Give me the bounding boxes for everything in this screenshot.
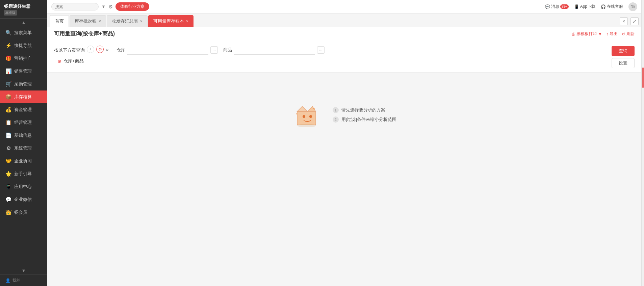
refresh-icon: ↺ <box>622 32 625 36</box>
sidebar-bottom: 👤 我的 <box>0 275 47 286</box>
right-actions: 查询 设置 <box>612 45 635 68</box>
sidebar-item-inventory[interactable]: 📦库存核算 <box>0 90 47 103</box>
svg-point-5 <box>297 124 316 127</box>
sidebar-icon-newbie: 🌟 <box>5 171 11 177</box>
print-dropdown-icon: ▼ <box>598 32 602 36</box>
scheme-label: 按以下方案查询 <box>54 45 85 53</box>
svg-text:✦: ✦ <box>295 112 298 115</box>
user-avatar[interactable]: Rit <box>628 2 637 11</box>
sidebar-label-search: 搜索菜单 <box>14 30 32 36</box>
sidebar-item-basic[interactable]: 📄基础信息 <box>0 129 47 142</box>
tab-batch-account[interactable]: 库存批次账 × <box>70 15 106 27</box>
scroll-down-btn[interactable]: ▼ <box>0 267 47 275</box>
product-input[interactable] <box>234 45 315 55</box>
close-available-stock-icon[interactable]: × <box>186 19 188 24</box>
sidebar-label-finance: 资金管理 <box>14 107 32 113</box>
sidebar-item-finance[interactable]: 💰资金管理 <box>0 103 47 116</box>
sidebar-item-operations[interactable]: 📋经营管理 <box>0 116 47 129</box>
page-title: 可用量查询(按仓库+商品) <box>54 30 115 37</box>
available-stock-label: 可用量库存账本 <box>153 18 184 24</box>
close-tab-btn[interactable]: × <box>620 17 628 25</box>
expand-btn[interactable]: ⤢ <box>630 17 639 25</box>
export-icon: ↑ <box>606 32 608 36</box>
sidebar-item-newbie[interactable]: 🌟新手引导 <box>0 167 47 180</box>
sidebar-label-sales: 销售管理 <box>14 68 32 74</box>
empty-illustration: ✦ ✦ <box>292 100 323 130</box>
print-btn[interactable]: 🖨 按模板打印 ▼ <box>571 31 602 37</box>
sidebar-icon-purchase: 🛒 <box>5 81 11 87</box>
add-scheme-btn[interactable]: + <box>87 46 94 53</box>
query-btn[interactable]: 查询 <box>612 46 635 56</box>
batch-account-label: 库存批次账 <box>75 18 97 24</box>
sidebar-item-appstore[interactable]: 📱应用中心 <box>0 180 47 193</box>
sidebar-item-search[interactable]: 🔍搜索菜单 <box>0 26 47 39</box>
warehouse-input[interactable] <box>127 45 208 55</box>
print-label: 按模板打印 <box>576 31 597 37</box>
sidebar-item-system[interactable]: ⚙系统管理 <box>0 142 47 155</box>
settings-btn[interactable]: 设置 <box>612 58 635 68</box>
trial-btn[interactable]: 体验行业方案 <box>115 2 149 11</box>
scroll-up-btn[interactable]: ▲ <box>0 19 47 26</box>
sidebar-label-shortcut: 快捷导航 <box>14 43 32 49</box>
sidebar-label-basic: 基础信息 <box>14 132 32 138</box>
scheme-warehouse-product[interactable]: ⊕ 仓库+商品 <box>54 56 87 66</box>
scheme-item-label: 仓库+商品 <box>63 58 84 64</box>
main-area: ▼ ⚙ 体验行业方案 💬 消息 99+ 📱 App下载 🎧 在线客服 Rit <box>47 0 641 286</box>
sidebar-item-shortcut[interactable]: ⚡快捷导航 <box>0 39 47 52</box>
collapse-btn[interactable]: « <box>106 46 109 53</box>
sidebar-label-system: 系统管理 <box>14 145 32 151</box>
sidebar-icon-shortcut: ⚡ <box>5 43 11 49</box>
sidebar-item-purchase[interactable]: 🛒采购管理 <box>0 78 47 90</box>
messages-btn[interactable]: 💬 消息 99+ <box>545 4 569 9</box>
close-batch-account-icon[interactable]: × <box>99 19 101 24</box>
refresh-btn[interactable]: ↺ 刷新 <box>622 31 635 37</box>
export-label: 导出 <box>610 31 618 37</box>
settings-icon[interactable]: ⚙ <box>108 4 113 10</box>
online-service-btn[interactable]: 🎧 在线客服 <box>601 4 623 9</box>
export-btn[interactable]: ↑ 导出 <box>606 31 618 37</box>
tab-home[interactable]: 首页 <box>50 15 69 27</box>
app-download-btn[interactable]: 📱 App下载 <box>574 4 595 9</box>
topbar: ▼ ⚙ 体验行业方案 💬 消息 99+ 📱 App下载 🎧 在线客服 Rit <box>47 0 641 14</box>
product-label: 商品 <box>223 47 232 53</box>
tab-available-stock[interactable]: 可用量库存账本 × <box>148 15 194 27</box>
sidebar-label-wechat: 企业微信 <box>14 197 32 203</box>
sidebar-bottom-icon: 👤 <box>5 278 10 283</box>
page-header: 可用量查询(按仓库+商品) 🖨 按模板打印 ▼ ↑ 导出 ↺ 刷新 <box>47 27 641 41</box>
close-receive-total-icon[interactable]: × <box>140 19 143 24</box>
sidebar-item-sales[interactable]: 📊销售管理 <box>0 65 47 78</box>
sidebar-item-wechat[interactable]: 💬企业微信 <box>0 193 47 206</box>
search-input[interactable] <box>51 3 99 10</box>
product-more-btn[interactable]: ··· <box>317 46 325 54</box>
sidebar-item-cooperation[interactable]: 🤝企业协同 <box>0 155 47 167</box>
tip-text-2: 用[过滤]条件来缩小分析范围 <box>341 116 396 123</box>
sidebar-icon-cooperation: 🤝 <box>5 158 11 164</box>
topbar-right: 💬 消息 99+ 📱 App下载 🎧 在线客服 Rit <box>545 2 637 11</box>
sidebar-label-inventory: 库存核算 <box>14 94 32 100</box>
sidebar-label-newbie: 新手引导 <box>14 171 32 177</box>
sidebar-icon-finance: 💰 <box>5 107 11 113</box>
sidebar-label-marketing: 营销推广 <box>14 55 32 61</box>
svg-rect-0 <box>297 111 316 125</box>
page-actions: 🖨 按模板打印 ▼ ↑ 导出 ↺ 刷新 <box>571 31 635 37</box>
empty-inner: ✦ ✦ 1请先选择要分析的方案2用[过滤]条件来缩小分析范围 <box>292 100 396 130</box>
message-icon: 💬 <box>545 4 550 9</box>
filter-row-1: 仓库 ··· 商品 ··· <box>117 45 606 55</box>
right-edge-handle <box>642 68 644 88</box>
tab-receive-total[interactable]: 收发存汇总表 × <box>107 15 148 27</box>
sidebar-item-membership[interactable]: 👑畅会员 <box>0 206 47 219</box>
empty-tip-2: 2用[过滤]条件来缩小分析范围 <box>333 116 396 123</box>
dropdown-icon[interactable]: ▼ <box>101 4 106 9</box>
messages-badge: 99+ <box>560 4 569 9</box>
sidebar-label-membership: 畅会员 <box>14 209 27 215</box>
sidebar-item-marketing[interactable]: 🎁营销推广 <box>0 52 47 65</box>
receive-total-label: 收发存汇总表 <box>112 18 138 24</box>
phone-icon: 📱 <box>574 4 579 9</box>
sidebar-icon-system: ⚙ <box>5 145 11 151</box>
svg-point-2 <box>309 115 312 118</box>
warehouse-more-btn[interactable]: ··· <box>210 46 218 54</box>
sidebar-bottom-label: 我的 <box>12 278 21 283</box>
query-section: 按以下方案查询 + ⚙ « ⊕ 仓库+商品 仓库 <box>47 41 641 73</box>
tip-num-1: 1 <box>333 107 339 113</box>
scheme-settings-btn[interactable]: ⚙ <box>96 46 104 53</box>
